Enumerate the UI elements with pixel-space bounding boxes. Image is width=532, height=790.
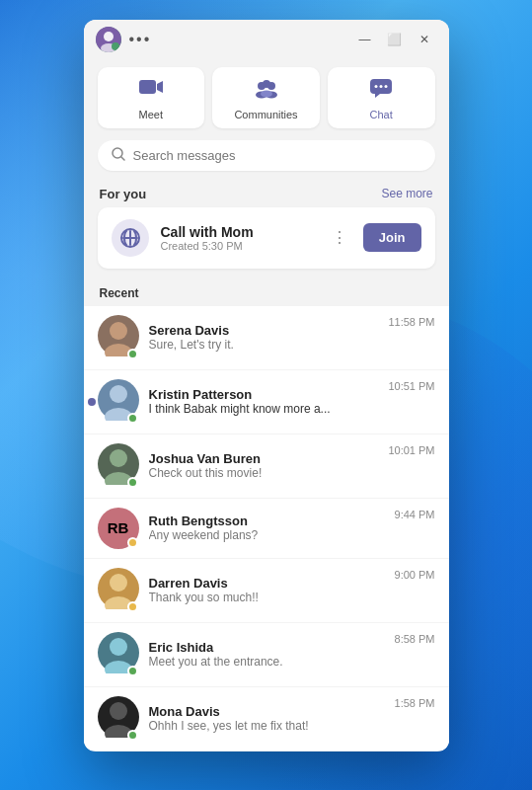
titlebar: ••• — ⬜ ✕ <box>84 20 449 59</box>
chat-content: Joshua Van Buren Check out this movie! <box>149 451 379 480</box>
message-preview: Any weekend plans? <box>149 528 385 542</box>
status-indicator <box>127 349 138 359</box>
recent-section: Recent Serena Davis Sure, Let's try it. <box>84 278 449 750</box>
contact-name: Eric Ishida <box>149 640 385 655</box>
avatar-wrap <box>98 568 139 613</box>
status-indicator <box>127 730 138 741</box>
svg-point-32 <box>110 574 127 592</box>
search-bar <box>98 140 435 171</box>
message-time: 10:51 PM <box>388 379 434 392</box>
nav-communities-button[interactable]: Communities <box>212 67 320 128</box>
message-time: 1:58 PM <box>395 696 435 709</box>
list-item[interactable]: Darren Davis Thank you so much!! 9:00 PM <box>84 559 449 622</box>
avatar-wrap <box>98 443 139 489</box>
list-item[interactable]: Mona Davis Ohhh I see, yes let me fix th… <box>84 687 449 750</box>
status-indicator <box>127 413 138 424</box>
message-preview: Meet you at the entrance. <box>149 655 385 669</box>
chat-content: Ruth Bengtsson Any weekend plans? <box>149 514 385 542</box>
nav-row: Meet Communities <box>84 59 449 140</box>
svg-point-23 <box>110 322 127 340</box>
list-item[interactable]: Eric Ishida Meet you at the entrance. 8:… <box>84 623 449 686</box>
contact-name: Joshua Van Buren <box>149 451 379 466</box>
more-options-button[interactable]: ••• <box>129 31 152 48</box>
message-preview: Thank you so much!! <box>149 591 385 604</box>
svg-point-35 <box>110 638 127 656</box>
contact-name: Kristin Patterson <box>149 387 379 402</box>
contact-name: Mona Davis <box>149 704 385 719</box>
chat-icon <box>368 77 394 105</box>
call-title: Call with Mom <box>161 224 316 240</box>
minimize-button[interactable]: — <box>352 27 378 52</box>
maximize-button[interactable]: ⬜ <box>382 27 408 52</box>
avatar <box>96 27 121 52</box>
avatar-wrap <box>98 315 139 360</box>
message-time: 10:01 PM <box>388 443 434 456</box>
see-more-link[interactable]: See more <box>381 187 432 200</box>
search-icon <box>112 147 125 164</box>
status-indicator <box>127 477 138 488</box>
svg-point-38 <box>110 702 127 720</box>
call-card: Call with Mom Created 5:30 PM ⋮ Join <box>98 207 435 269</box>
svg-point-16 <box>385 85 388 88</box>
meet-label: Meet <box>139 109 163 120</box>
status-indicator <box>127 537 138 548</box>
nav-chat-button[interactable]: Chat <box>328 67 435 128</box>
avatar-wrap: RB <box>98 508 139 549</box>
message-preview: Check out this movie! <box>149 466 379 480</box>
message-preview: Ohhh I see, yes let me fix that! <box>149 719 385 733</box>
contact-name: Ruth Bengtsson <box>149 514 385 528</box>
svg-point-29 <box>110 449 127 467</box>
meet-icon <box>138 77 164 105</box>
message-time: 11:58 PM <box>388 315 434 328</box>
communities-label: Communities <box>234 109 297 120</box>
window-controls: — ⬜ ✕ <box>352 27 437 52</box>
message-time: 9:00 PM <box>395 568 435 581</box>
svg-point-11 <box>261 90 272 97</box>
communities-icon <box>254 77 279 105</box>
chat-content: Kristin Patterson I think Babak might kn… <box>149 387 379 416</box>
call-more-button[interactable]: ⋮ <box>328 224 351 251</box>
message-preview: Sure, Let's try it. <box>149 338 379 352</box>
chat-content: Eric Ishida Meet you at the entrance. <box>149 640 385 669</box>
avatar-wrap <box>98 696 139 742</box>
chat-list: Serena Davis Sure, Let's try it. 11:58 P… <box>84 306 449 750</box>
close-button[interactable]: ✕ <box>412 27 437 52</box>
nav-meet-button[interactable]: Meet <box>98 67 205 128</box>
svg-marker-5 <box>157 81 163 93</box>
svg-rect-4 <box>139 80 156 94</box>
list-item[interactable]: Serena Davis Sure, Let's try it. 11:58 P… <box>84 306 449 369</box>
svg-point-8 <box>263 80 270 88</box>
call-info: Call with Mom Created 5:30 PM <box>161 224 316 252</box>
for-you-header: For you See more <box>84 179 449 207</box>
svg-marker-13 <box>375 94 380 98</box>
message-time: 8:58 PM <box>395 632 435 645</box>
chat-label: Chat <box>370 109 393 120</box>
avatar-wrap <box>98 632 139 677</box>
svg-point-1 <box>104 32 114 41</box>
message-preview: I think Babak might know more a... <box>149 402 379 416</box>
list-item[interactable]: Joshua Van Buren Check out this movie! 1… <box>84 434 449 498</box>
contact-name: Serena Davis <box>149 323 379 338</box>
search-input[interactable] <box>133 148 421 163</box>
call-subtitle: Created 5:30 PM <box>161 240 316 252</box>
contact-name: Darren Davis <box>149 576 385 591</box>
svg-point-26 <box>110 385 127 403</box>
svg-line-18 <box>121 157 124 160</box>
chat-content: Darren Davis Thank you so much!! <box>149 576 385 604</box>
chat-content: Serena Davis Sure, Let's try it. <box>149 323 379 352</box>
join-button[interactable]: Join <box>363 223 421 252</box>
svg-point-14 <box>375 85 378 88</box>
chat-content: Mona Davis Ohhh I see, yes let me fix th… <box>149 704 385 733</box>
list-item[interactable]: RB Ruth Bengtsson Any weekend plans? 9:4… <box>84 499 449 558</box>
status-indicator <box>127 601 138 612</box>
svg-point-15 <box>380 85 383 88</box>
status-indicator <box>127 666 138 676</box>
message-time: 9:44 PM <box>395 508 435 520</box>
unread-indicator <box>88 398 96 406</box>
app-window: ••• — ⬜ ✕ Meet <box>84 20 449 751</box>
recent-label: Recent <box>84 282 449 306</box>
for-you-title: For you <box>100 187 147 201</box>
call-icon <box>112 219 149 257</box>
list-item[interactable]: Kristin Patterson I think Babak might kn… <box>84 370 449 434</box>
svg-point-3 <box>112 42 119 50</box>
